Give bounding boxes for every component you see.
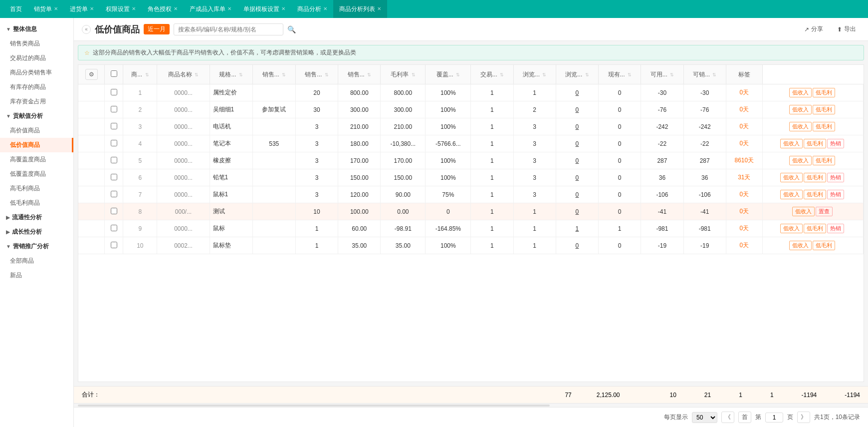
nav-purchase-close[interactable]: ✕ (90, 0, 94, 18)
nav-product-entry[interactable]: 产成品入库单 ✕ (184, 0, 237, 18)
sidebar-group-overall[interactable]: ▼ 整体信息 (0, 22, 73, 36)
nav-home[interactable]: 首页 (4, 0, 28, 18)
cell-checkbox[interactable] (105, 84, 123, 101)
cell-browse1[interactable]: 0 (556, 237, 598, 254)
sidebar-item-low-value[interactable]: 低价值商品 (0, 138, 73, 152)
cell-checkbox[interactable] (105, 203, 123, 220)
th-s3[interactable]: 销售... ⇅ (338, 65, 381, 84)
sidebar-item-high-coverage[interactable]: 高覆盖度商品 (0, 152, 73, 167)
th-gear[interactable]: ⚙ (78, 65, 105, 84)
sidebar-item-high-value[interactable]: 高价值商品 (0, 123, 73, 138)
cell-browse1[interactable]: 1 (556, 220, 598, 237)
nav-permission[interactable]: 权限设置 ✕ (100, 0, 142, 18)
horizontal-scrollbar[interactable] (78, 405, 550, 407)
first-page-btn[interactable]: 《 (721, 412, 734, 423)
nav-template[interactable]: 单据模板设置 ✕ (237, 0, 291, 18)
nav-role[interactable]: 角色授权 ✕ (142, 0, 184, 18)
cell-days: 0天 (726, 203, 762, 220)
search-icon[interactable]: 🔍 (287, 25, 296, 33)
per-page-select[interactable]: 50 100 200 (692, 412, 717, 423)
page-number-input[interactable] (765, 413, 783, 423)
export-button[interactable]: ⬆ 导出 (833, 23, 860, 35)
nav-product-analysis[interactable]: 商品分析 ✕ (291, 0, 333, 18)
sidebar-item-stock-products[interactable]: 有库存的商品 (0, 80, 73, 94)
row-checkbox[interactable] (111, 106, 117, 112)
nav-product-analysis-list-close[interactable]: ✕ (377, 0, 381, 18)
th-browse1[interactable]: 浏览... ⇅ (513, 65, 556, 84)
row-checkbox[interactable] (111, 140, 117, 146)
sidebar-item-sales-products[interactable]: 销售类商品 (0, 36, 73, 51)
cell-browse1[interactable]: 0 (556, 135, 598, 152)
nav-product-entry-close[interactable]: ✕ (227, 0, 231, 18)
cell-trade: 1 (513, 220, 556, 237)
data-table-container[interactable]: ⚙ 商... ⇅ 商品名称 ⇅ 规格... ⇅ 销售... ⇅ 销售... ⇅ … (78, 64, 864, 382)
row-checkbox[interactable] (111, 191, 117, 197)
select-all-checkbox[interactable] (111, 70, 117, 77)
search-input[interactable] (174, 23, 283, 35)
sidebar-group-growth[interactable]: ▶ 成长性分析 (0, 225, 73, 239)
sidebar-item-stock-capital[interactable]: 库存资金占用 (0, 94, 73, 109)
nav-permission-close[interactable]: ✕ (132, 0, 136, 18)
nav-sales[interactable]: 销货单 ✕ (28, 0, 64, 18)
cell-browse1[interactable]: 0 (556, 203, 598, 220)
th-trade[interactable]: 交易... ⇅ (471, 65, 513, 84)
cell-browse1[interactable]: 0 (556, 84, 598, 101)
table-body: 10000... 属性定价 20 800.00 800.00 100% 1 1 … (78, 84, 864, 254)
row-checkbox[interactable] (111, 208, 117, 214)
row-checkbox[interactable] (111, 174, 117, 180)
row-checkbox[interactable] (111, 242, 117, 248)
cell-checkbox[interactable] (105, 220, 123, 237)
cell-trade: 3 (513, 118, 556, 135)
th-profit[interactable]: 毛利率 ⇅ (381, 65, 426, 84)
sidebar-item-traded-products[interactable]: 交易过的商品 (0, 51, 73, 65)
th-cover[interactable]: 覆盖... ⇅ (426, 65, 471, 84)
sidebar-collapse-btn[interactable]: « (82, 25, 91, 34)
prev-page-btn[interactable]: 首 (738, 412, 751, 423)
row-checkbox[interactable] (111, 225, 117, 231)
cell-checkbox[interactable] (105, 237, 123, 254)
sidebar-item-category-sales[interactable]: 商品分类销售率 (0, 65, 73, 80)
sidebar-group-contribution[interactable]: ▼ 贡献值分析 (0, 109, 73, 123)
nav-role-close[interactable]: ✕ (174, 0, 178, 18)
th-s2[interactable]: 销售... ⇅ (295, 65, 338, 84)
th-s1[interactable]: 销售... ⇅ (252, 65, 295, 84)
share-button[interactable]: ↗ 分享 (800, 23, 827, 35)
cell-checkbox[interactable] (105, 186, 123, 203)
filter-tag-btn[interactable]: 近一月 (144, 24, 170, 34)
nav-sales-close[interactable]: ✕ (54, 0, 58, 18)
cell-browse1[interactable]: 0 (556, 118, 598, 135)
cell-browse1[interactable]: 0 (556, 186, 598, 203)
nav-template-close[interactable]: ✕ (281, 0, 285, 18)
cell-checkbox[interactable] (105, 118, 123, 135)
th-stock3[interactable]: 可销... ⇅ (683, 65, 726, 84)
sidebar-item-high-profit[interactable]: 高毛利商品 (0, 181, 73, 196)
th-name[interactable]: 商品名称 ⇅ (157, 65, 210, 84)
cell-checkbox[interactable] (105, 101, 123, 118)
sidebar-item-new-products[interactable]: 新品 (0, 268, 73, 283)
sidebar-item-low-profit[interactable]: 低毛利商品 (0, 196, 73, 210)
next-page-btn[interactable]: 》 (797, 412, 810, 423)
th-code[interactable]: 商... ⇅ (123, 65, 157, 84)
sidebar-group-circulation[interactable]: ▶ 流通性分析 (0, 210, 73, 225)
th-spec[interactable]: 规格... ⇅ (210, 65, 252, 84)
nav-purchase[interactable]: 进货单 ✕ (64, 0, 100, 18)
row-checkbox[interactable] (111, 123, 117, 129)
row-checkbox[interactable] (111, 157, 117, 163)
nav-product-analysis-close[interactable]: ✕ (323, 0, 327, 18)
nav-product-analysis-list[interactable]: 商品分析列表 ✕ (333, 0, 387, 18)
cell-browse1[interactable]: 0 (556, 152, 598, 169)
gear-button[interactable]: ⚙ (85, 69, 98, 80)
sidebar-item-all-products[interactable]: 全部商品 (0, 254, 73, 268)
cell-browse1[interactable]: 0 (556, 169, 598, 186)
sidebar-group-marketing[interactable]: ▼ 营销推广分析 (0, 239, 73, 254)
th-stock1[interactable]: 现有... ⇅ (599, 65, 641, 84)
sidebar-item-low-coverage[interactable]: 低覆盖度商品 (0, 167, 73, 181)
cell-name: 鼠标 (210, 220, 252, 237)
cell-checkbox[interactable] (105, 135, 123, 152)
th-stock2[interactable]: 可用... ⇅ (641, 65, 683, 84)
cell-checkbox[interactable] (105, 169, 123, 186)
cell-browse1[interactable]: 0 (556, 101, 598, 118)
cell-checkbox[interactable] (105, 152, 123, 169)
row-checkbox[interactable] (111, 89, 117, 95)
th-browse2[interactable]: 浏览... ⇅ (556, 65, 598, 84)
